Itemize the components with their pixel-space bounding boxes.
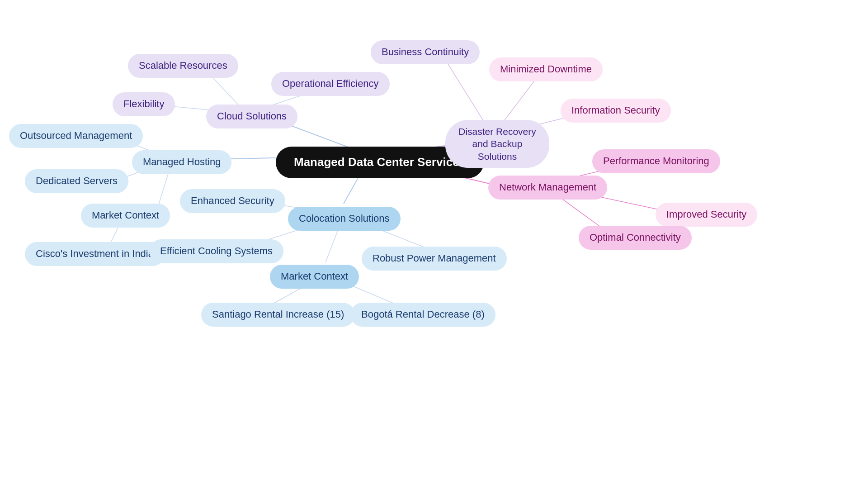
network-management-node: Network Management bbox=[488, 176, 607, 200]
efficient-cooling-node: Efficient Cooling Systems bbox=[149, 239, 283, 263]
bogota-rental-node: Bogotá Rental Decrease (8) bbox=[350, 303, 495, 327]
disaster-recovery-node: Disaster Recovery and Backup Solutions bbox=[445, 120, 549, 168]
ciscos-investment-node: Cisco's Investment in India bbox=[25, 242, 165, 266]
dedicated-servers-node: Dedicated Servers bbox=[25, 169, 128, 193]
operational-efficiency-node: Operational Efficiency bbox=[271, 72, 390, 96]
cloud-solutions-node: Cloud Solutions bbox=[206, 105, 297, 128]
optimal-connectivity-node: Optimal Connectivity bbox=[579, 226, 692, 250]
market-context-col-node: Market Context bbox=[270, 265, 359, 289]
enhanced-security-node: Enhanced Security bbox=[180, 189, 285, 213]
robust-power-node: Robust Power Management bbox=[362, 247, 507, 271]
business-continuity-node: Business Continuity bbox=[371, 40, 480, 64]
performance-monitoring-node: Performance Monitoring bbox=[592, 149, 720, 173]
colocation-solutions-node: Colocation Solutions bbox=[288, 207, 401, 231]
improved-security-node: Improved Security bbox=[656, 203, 757, 227]
santiago-rental-node: Santiago Rental Increase (15) bbox=[201, 303, 355, 327]
minimized-downtime-node: Minimized Downtime bbox=[489, 57, 603, 81]
scalable-resources-node: Scalable Resources bbox=[128, 54, 238, 78]
managed-hosting-node: Managed Hosting bbox=[132, 150, 231, 174]
market-context-left-node: Market Context bbox=[81, 204, 170, 228]
flexibility-node: Flexibility bbox=[113, 92, 175, 116]
information-security-node: Information Security bbox=[561, 99, 671, 123]
outsourced-management-node: Outsourced Management bbox=[9, 124, 143, 148]
